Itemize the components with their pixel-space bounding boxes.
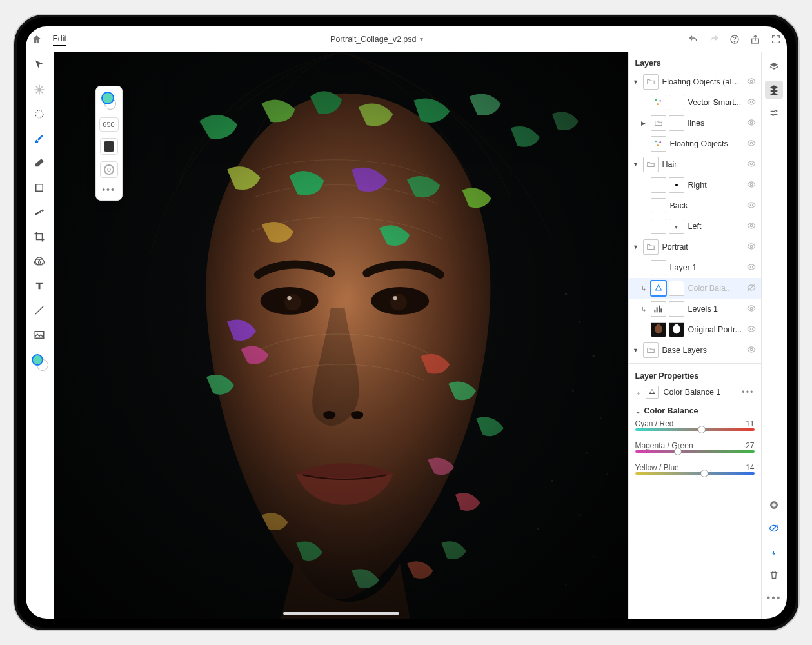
visibility-icon[interactable] [747, 201, 757, 212]
move-tool[interactable] [32, 57, 47, 73]
layer-row[interactable]: Vector Smart... [629, 92, 761, 113]
place-image-tool[interactable] [32, 327, 47, 342]
layer-row[interactable]: ↳Levels 1 [629, 299, 761, 319]
adjustment-type-icon[interactable] [646, 386, 659, 399]
brush-size-field[interactable]: 650 [99, 117, 119, 132]
disclosure-icon[interactable]: ▼ [633, 347, 639, 353]
slider-knob[interactable] [674, 448, 682, 455]
layer-thumb-mask[interactable] [669, 95, 684, 110]
brush-color-swatches[interactable] [99, 92, 119, 111]
layer-group-row[interactable]: ▼Floating Objects (alway... [629, 72, 761, 92]
visibility-icon[interactable] [747, 324, 757, 335]
layer-thumb-folder[interactable] [643, 74, 659, 90]
foreground-color-swatch[interactable] [32, 354, 43, 366]
clip-button[interactable] [765, 542, 783, 561]
visibility-icon[interactable] [747, 118, 757, 129]
layers-icon[interactable] [765, 57, 783, 75]
brush-hardness-soft[interactable] [100, 161, 118, 178]
visibility-icon[interactable] [747, 242, 757, 253]
visibility-icon[interactable] [747, 180, 757, 191]
visibility-toggle-button[interactable] [765, 519, 783, 537]
layer-thumb-adj-sel[interactable] [651, 281, 666, 296]
layer-row[interactable]: Original Portr... [629, 319, 761, 340]
visibility-icon[interactable] [747, 304, 757, 315]
layer-row[interactable]: ▾Left [629, 216, 761, 237]
layer-thumb-portrait[interactable] [651, 322, 666, 337]
visibility-icon[interactable] [747, 263, 757, 273]
redo-button[interactable] [708, 34, 720, 45]
layer-thumb-fx[interactable] [651, 136, 666, 152]
brush-fg-swatch[interactable] [101, 92, 114, 104]
layer-thumb-blank[interactable] [651, 260, 666, 275]
layer-properties-more[interactable]: ••• [742, 388, 754, 397]
crop-tool[interactable] [32, 229, 47, 244]
eraser-tool[interactable] [32, 155, 47, 171]
layer-row[interactable]: Layer 1 [629, 257, 761, 278]
slider-track[interactable] [635, 428, 755, 439]
more-actions-button[interactable]: ••• [765, 589, 783, 607]
disclosure-icon[interactable]: ↳ [640, 285, 647, 292]
layer-stack-icon[interactable] [765, 81, 783, 99]
layer-group-row[interactable]: ▼Hair [629, 154, 761, 175]
layer-thumb-folder[interactable] [643, 239, 659, 255]
type-tool[interactable] [32, 278, 47, 293]
color-balance-slider[interactable]: Cyan / Red11 [629, 417, 761, 439]
document-title[interactable]: Portrait_Collage_v2.psd ▾ [72, 35, 682, 44]
slider-track[interactable] [635, 472, 755, 482]
layer-thumb-chevmask[interactable]: ▾ [669, 219, 684, 234]
color-balance-slider[interactable]: Magenta / Green-27 [629, 439, 761, 461]
slider-knob[interactable] [698, 426, 706, 433]
healing-tool[interactable] [32, 204, 47, 220]
layer-row[interactable]: Right [629, 175, 761, 195]
undo-button[interactable] [688, 34, 699, 45]
layer-thumb-mask[interactable] [669, 115, 684, 131]
visibility-icon[interactable] [747, 159, 757, 170]
visibility-icon[interactable] [747, 97, 757, 108]
disclosure-icon[interactable]: ▼ [633, 244, 639, 250]
layer-group-row[interactable]: ▼Base Layers [629, 340, 761, 361]
add-layer-button[interactable] [765, 496, 783, 514]
color-balance-slider[interactable]: Yellow / Blue14 [629, 461, 761, 482]
transform-tool[interactable] [32, 82, 47, 97]
visibility-off-icon[interactable] [747, 283, 757, 294]
disclosure-icon[interactable]: ↳ [640, 306, 647, 313]
layer-row[interactable]: Back [629, 195, 761, 216]
help-button[interactable] [729, 34, 740, 45]
color-swatches[interactable] [32, 354, 47, 370]
fullscreen-button[interactable] [770, 34, 782, 45]
layer-thumb-fx[interactable] [651, 95, 666, 110]
disclosure-icon[interactable]: ▼ [633, 79, 639, 85]
visibility-icon[interactable] [747, 139, 757, 150]
canvas[interactable]: 650 ••• [54, 52, 628, 619]
fill-tool[interactable] [32, 180, 47, 195]
layer-group-row[interactable]: ▼Portrait [629, 237, 761, 257]
layer-thumb-mask[interactable] [669, 301, 684, 317]
shape-tool[interactable] [32, 253, 47, 269]
lasso-tool[interactable] [32, 106, 47, 122]
layer-thumb-folder[interactable] [643, 157, 659, 172]
layer-group-row[interactable]: ▶lines [629, 113, 761, 134]
layer-row[interactable]: Floating Objects [629, 134, 761, 154]
layer-thumb-blank[interactable] [651, 198, 666, 213]
brush-options-panel[interactable]: 650 ••• [95, 86, 123, 201]
visibility-icon[interactable] [747, 345, 757, 356]
layer-thumb-dotmask[interactable] [669, 177, 684, 193]
layer-thumb-folder[interactable] [643, 342, 659, 358]
brush-tool[interactable] [32, 131, 47, 146]
layer-thumb-blank[interactable] [651, 177, 666, 193]
line-tool[interactable] [32, 303, 47, 318]
home-icon[interactable] [31, 34, 43, 45]
layer-thumb-folder[interactable] [651, 115, 666, 131]
layer-thumb-portraitmask[interactable] [669, 322, 684, 337]
delete-layer-button[interactable] [765, 566, 783, 584]
adjustments-icon[interactable] [765, 104, 783, 122]
slider-track[interactable] [635, 450, 755, 461]
visibility-icon[interactable] [747, 221, 757, 232]
mode-edit[interactable]: Edit [53, 32, 67, 46]
layer-thumb-mask[interactable] [669, 281, 684, 296]
layer-thumb-levels[interactable] [651, 301, 666, 317]
slider-knob[interactable] [700, 470, 708, 477]
brush-hardness-hard[interactable] [100, 138, 118, 155]
visibility-icon[interactable] [747, 77, 757, 88]
brush-more-button[interactable]: ••• [102, 184, 115, 195]
